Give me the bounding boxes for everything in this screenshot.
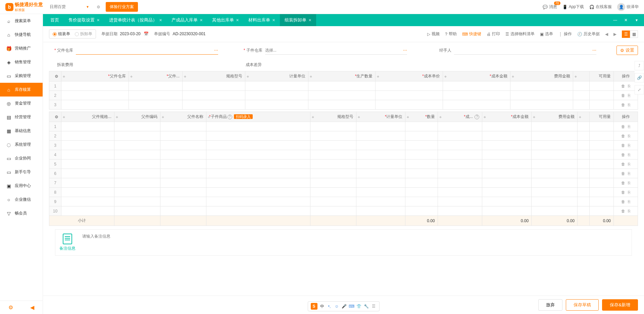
sidebar-item-business[interactable]: ▤经营管理 bbox=[0, 110, 43, 124]
copy-icon[interactable]: ⎘ bbox=[628, 152, 630, 157]
sort-icon[interactable]: ◆ bbox=[63, 115, 65, 119]
sort-icon[interactable]: ◆ bbox=[377, 75, 379, 78]
table-row[interactable]: 5🗑⎘ bbox=[49, 160, 638, 169]
sort-icon[interactable]: ◆ bbox=[184, 75, 186, 78]
sort-icon[interactable]: ◆ bbox=[310, 75, 312, 78]
delete-icon[interactable]: 🗑 bbox=[621, 143, 625, 148]
sidebar-item-system[interactable]: ◌系统管理 bbox=[0, 138, 43, 151]
sidebar-item-quicknav[interactable]: ⌂快捷导航 bbox=[0, 28, 43, 42]
video-link[interactable]: ▷视频 bbox=[427, 31, 440, 37]
ime-skin-icon[interactable]: 👕 bbox=[356, 304, 362, 309]
close-icon[interactable]: ✕ bbox=[308, 18, 311, 22]
save-draft-button[interactable]: 保存草稿 bbox=[566, 299, 599, 311]
print-link[interactable]: 🖨打印 bbox=[487, 31, 500, 37]
copy-icon[interactable]: ⎘ bbox=[628, 162, 630, 167]
messages-link[interactable]: 💬 消息 70 bbox=[543, 4, 557, 10]
tab-close-all-icon[interactable]: ✕ bbox=[621, 15, 631, 25]
side-expand-icon[interactable]: ⤢ bbox=[635, 85, 644, 95]
sidebar-item-guide[interactable]: ▭新手引导 bbox=[0, 165, 43, 179]
table-row[interactable]: 6🗑⎘ bbox=[49, 169, 638, 178]
sidebar-item-enterprise[interactable]: ▭企业协同 bbox=[0, 151, 43, 165]
copy-icon[interactable]: ⎘ bbox=[628, 93, 630, 98]
help-icon[interactable]: ? bbox=[228, 115, 232, 119]
tab-assembly[interactable]: 组装拆卸单✕ bbox=[280, 14, 316, 26]
child-wh-input[interactable] bbox=[265, 48, 407, 53]
table-row[interactable]: 10🗑⎘ bbox=[49, 206, 638, 216]
doc-date-value[interactable]: 2023-03-20 bbox=[120, 32, 140, 36]
copy-icon[interactable]: ⎘ bbox=[628, 84, 630, 88]
tab-home[interactable]: 首页 bbox=[46, 14, 64, 26]
sort-icon[interactable]: ◆ bbox=[130, 75, 133, 78]
sort-icon[interactable]: ◆ bbox=[162, 115, 164, 119]
help-link[interactable]: ?帮助 bbox=[445, 31, 457, 37]
tab-finished-in[interactable]: 产成品入库单✕ bbox=[167, 14, 207, 26]
delete-icon[interactable]: 🗑 bbox=[621, 162, 625, 167]
table-row[interactable]: 9🗑⎘ bbox=[49, 197, 638, 206]
shortcut-link[interactable]: ⌨快捷键 bbox=[462, 31, 481, 37]
material-list-link[interactable]: ☰选择物料清单 bbox=[505, 31, 535, 37]
ime-smile-icon[interactable]: ☺ bbox=[334, 304, 340, 309]
next-icon[interactable]: ▶ bbox=[613, 32, 616, 37]
delete-icon[interactable]: 🗑 bbox=[621, 199, 625, 204]
sort-icon[interactable]: ◆ bbox=[312, 115, 314, 119]
table-row[interactable]: 2🗑⎘ bbox=[49, 131, 638, 141]
sort-icon[interactable]: ◆ bbox=[358, 115, 360, 119]
close-icon[interactable]: ✕ bbox=[272, 18, 275, 22]
sort-icon[interactable]: ◆ bbox=[444, 75, 447, 78]
sort-icon[interactable]: ◆ bbox=[533, 115, 535, 119]
gear-header-icon[interactable]: ⚙ bbox=[49, 112, 61, 122]
app-download-link[interactable]: 📱 App下载 bbox=[562, 4, 584, 10]
copy-icon[interactable]: ⎘ bbox=[628, 171, 630, 176]
delete-icon[interactable]: 🗑 bbox=[621, 84, 625, 88]
table-row[interactable]: 1🗑⎘ bbox=[49, 122, 638, 131]
delete-icon[interactable]: 🗑 bbox=[621, 181, 625, 185]
delete-icon[interactable]: 🗑 bbox=[621, 152, 625, 157]
operate-link[interactable]: ⋮操作 bbox=[558, 31, 572, 37]
discard-button[interactable]: 放弃 bbox=[538, 299, 562, 311]
tab-other-out[interactable]: 其他出库单✕ bbox=[207, 14, 244, 26]
scan-button[interactable]: 扫码录入 bbox=[234, 114, 253, 119]
table-row[interactable]: 8🗑⎘ bbox=[49, 188, 638, 197]
ime-mic-icon[interactable]: 🎤 bbox=[342, 304, 347, 309]
parent-wh-input[interactable] bbox=[76, 48, 218, 53]
ime-toolbar[interactable]: S 中 •, ☺ 🎤 ⌨ 👕 🔧 ☰ bbox=[308, 301, 380, 311]
help-icon[interactable]: ? bbox=[475, 115, 479, 119]
ime-lang[interactable]: 中 bbox=[319, 304, 325, 309]
sidebar-item-basic[interactable]: ▦基础信息 bbox=[0, 124, 43, 138]
close-icon[interactable]: ✕ bbox=[236, 18, 239, 22]
ime-dot-icon[interactable]: •, bbox=[327, 304, 332, 309]
copy-icon[interactable]: ⎘ bbox=[628, 103, 630, 107]
sort-icon[interactable]: ◆ bbox=[116, 115, 118, 119]
sort-icon[interactable]: ◆ bbox=[575, 75, 577, 78]
table-row[interactable]: 7🗑⎘ bbox=[49, 178, 638, 188]
side-link-icon[interactable]: 🔗 bbox=[635, 73, 644, 82]
delete-icon[interactable]: 🗑 bbox=[621, 124, 625, 129]
table-row[interactable]: 4🗑⎘ bbox=[49, 150, 638, 160]
copy-icon[interactable]: ⎘ bbox=[628, 199, 630, 204]
save-add-button[interactable]: 保存&新增 bbox=[602, 299, 638, 311]
copy-icon[interactable]: ⎘ bbox=[628, 134, 630, 138]
settings-button[interactable]: ⚙设置 bbox=[616, 46, 638, 55]
copy-icon[interactable]: ⎘ bbox=[628, 209, 630, 213]
sidebar-item-member[interactable]: ▽畅会员 bbox=[0, 206, 43, 220]
ellipsis-icon[interactable]: ⋯ bbox=[403, 48, 407, 53]
sort-icon[interactable]: ◆ bbox=[579, 115, 581, 119]
online-service-link[interactable]: 🎧 在线客服 bbox=[589, 4, 612, 10]
delete-icon[interactable]: 🗑 bbox=[621, 209, 625, 213]
close-icon[interactable]: ✕ bbox=[200, 18, 203, 22]
sidebar-collapse-icon[interactable]: ◀ bbox=[30, 304, 34, 311]
trial-button[interactable]: 体验行业方案 bbox=[106, 2, 138, 12]
delete-icon[interactable]: 🗑 bbox=[621, 190, 625, 195]
sidebar-gear-icon[interactable]: ⚙ bbox=[8, 304, 13, 311]
sidebar-item-search[interactable]: ⌕搜索菜单 bbox=[0, 14, 43, 28]
sort-icon[interactable]: ◆ bbox=[484, 115, 486, 119]
select-link[interactable]: ▣选单 bbox=[540, 31, 553, 37]
ellipsis-icon[interactable]: ⋯ bbox=[592, 48, 596, 53]
table-row[interactable]: 2🗑⎘ bbox=[49, 91, 638, 100]
gear-header-icon[interactable]: ⚙ bbox=[49, 71, 61, 81]
delete-icon[interactable]: 🗑 bbox=[621, 134, 625, 138]
tab-material-out[interactable]: 材料出库单✕ bbox=[244, 14, 280, 26]
user-menu[interactable]: 👤 徐泽华 bbox=[617, 3, 639, 11]
sidebar-item-marketing[interactable]: 🎁营销推广 bbox=[0, 42, 43, 55]
radio-assembly[interactable]: 组装单 bbox=[53, 31, 70, 37]
